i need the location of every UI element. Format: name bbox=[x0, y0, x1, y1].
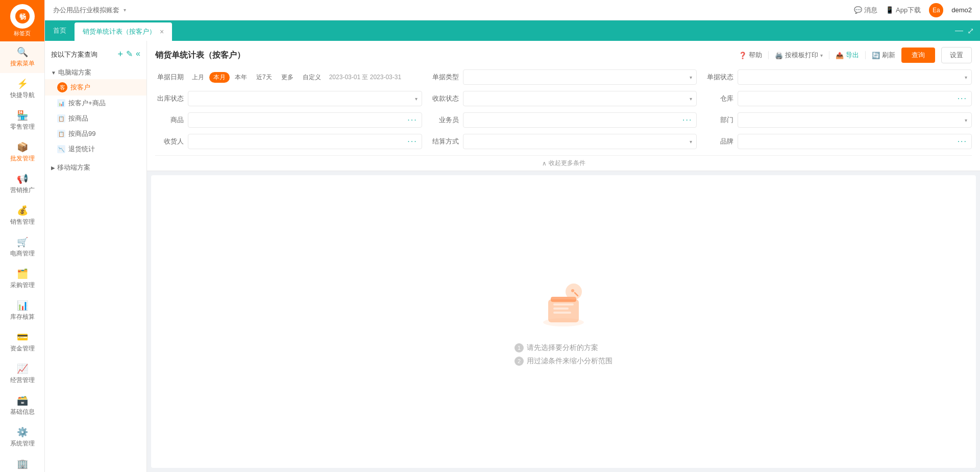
message-icon: 💬 bbox=[854, 6, 862, 14]
date-control: 上月 本月 本年 近7天 更多 自定义 2023-03-01 至 2023-03… bbox=[188, 72, 422, 83]
order-status-label: 单据状态 bbox=[705, 73, 733, 82]
sidebar-item-marketing[interactable]: 📢 营销推广 bbox=[0, 168, 44, 200]
department-arrow: ▾ bbox=[965, 117, 967, 123]
date-btn-7days[interactable]: 近7天 bbox=[252, 72, 276, 83]
sidebar-system-label: 系统管理 bbox=[10, 439, 35, 448]
sidebar-basic-label: 基础信息 bbox=[10, 408, 35, 416]
settlement-select[interactable]: ▾ bbox=[463, 134, 697, 149]
salesperson-filter-item: 业务员 ··· bbox=[430, 112, 697, 128]
tab-home[interactable]: 首页 bbox=[45, 20, 75, 41]
setting-button[interactable]: 设置 bbox=[941, 47, 972, 63]
sidebar-item-retail[interactable]: 🏪 零售管理 bbox=[0, 105, 44, 136]
help-button[interactable]: ❓ 帮助 bbox=[739, 51, 762, 60]
collapse-panel-button[interactable]: « bbox=[136, 49, 140, 60]
print-button[interactable]: 🖨️ 按模板打印 ▾ bbox=[775, 51, 823, 60]
order-type-select[interactable]: ▾ bbox=[463, 69, 697, 85]
enterprise-icon: 🏢 bbox=[17, 458, 28, 469]
empty-illustration bbox=[533, 274, 594, 335]
sidebar-search-label: 搜索菜单 bbox=[10, 59, 35, 68]
order-status-select[interactable]: ▾ bbox=[738, 69, 972, 85]
sidebar-item-operation[interactable]: 📈 经营管理 bbox=[0, 358, 44, 390]
brand-select[interactable]: ··· bbox=[738, 134, 972, 149]
company-dropdown-arrow[interactable]: ▾ bbox=[124, 7, 126, 13]
tip-text-2: 用过滤条件来缩小分析范围 bbox=[527, 357, 612, 366]
warehouse-label: 仓库 bbox=[705, 94, 733, 103]
export-button[interactable]: 📤 导出 bbox=[836, 51, 859, 60]
svg-rect-7 bbox=[553, 312, 571, 314]
payment-status-select[interactable]: ▾ bbox=[463, 91, 697, 106]
goods99-scheme-icon: 📋 bbox=[57, 130, 65, 138]
date-quick-buttons: 上月 本月 本年 近7天 更多 自定义 bbox=[188, 72, 325, 83]
logo-text: 标签页 bbox=[14, 30, 31, 37]
by-goods99-label: 按商品99 bbox=[68, 129, 95, 138]
user-avatar[interactable]: Ea bbox=[929, 3, 943, 17]
sidebar-item-sales[interactable]: 💰 销售管理 bbox=[0, 200, 44, 231]
date-btn-last-month[interactable]: 上月 bbox=[188, 72, 208, 83]
sidebar-item-basic[interactable]: 🗃️ 基础信息 bbox=[0, 390, 44, 421]
print-dropdown-arrow[interactable]: ▾ bbox=[820, 53, 823, 58]
tab-sales-stat[interactable]: 销货单统计表（按客户） × bbox=[75, 22, 172, 41]
message-action[interactable]: 💬 消息 bbox=[854, 6, 877, 15]
department-filter-item: 部门 ▾ bbox=[705, 112, 972, 128]
consignee-dots: ··· bbox=[407, 137, 417, 146]
filter-row-3: 商品 ··· 业务员 ··· 部门 bbox=[155, 112, 972, 128]
date-btn-this-month[interactable]: 本月 bbox=[209, 72, 230, 83]
sidebar-item-ecommerce[interactable]: 🛒 电商管理 bbox=[0, 231, 44, 263]
order-type-filter-item: 单据类型 ▾ bbox=[430, 69, 697, 85]
warehouse-select[interactable]: ··· bbox=[738, 91, 972, 106]
edit-scheme-button[interactable]: ✎ bbox=[126, 49, 133, 60]
date-btn-more[interactable]: 更多 bbox=[277, 72, 298, 83]
sidebar-sales-label: 销售管理 bbox=[10, 218, 35, 226]
scheme-item-by-customer[interactable]: 客 按客户 bbox=[45, 79, 146, 96]
sidebar-wholesale-label: 批发管理 bbox=[10, 154, 35, 163]
page-header: 销货单统计表（按客户） ❓ 帮助 🖨️ 按模板打印 ▾ bbox=[147, 41, 980, 171]
sidebar-item-inventory[interactable]: 📊 库存核算 bbox=[0, 295, 44, 326]
desktop-scheme-group: ▼ 电脑端方案 客 按客户 📊 按客户+商品 📋 按商品 📋 按商品9 bbox=[45, 64, 146, 159]
add-scheme-button[interactable]: + bbox=[118, 49, 124, 60]
settlement-filter-item: 结算方式 ▾ bbox=[430, 134, 697, 149]
tab-minimize-button[interactable]: — bbox=[955, 26, 963, 36]
salesperson-select[interactable]: ··· bbox=[463, 112, 697, 128]
scheme-item-return-stat[interactable]: 📉 退货统计 bbox=[45, 141, 146, 157]
mobile-arrow-icon: ▶ bbox=[51, 165, 55, 171]
marketing-icon: 📢 bbox=[17, 173, 28, 184]
salesperson-dots: ··· bbox=[682, 115, 692, 125]
sidebar-item-search[interactable]: 🔍 搜索菜单 bbox=[0, 41, 44, 73]
desktop-group-title[interactable]: ▼ 电脑端方案 bbox=[45, 66, 146, 79]
tab-maximize-button[interactable]: ⤢ bbox=[967, 26, 974, 36]
logo-icon: 畅 bbox=[10, 4, 35, 29]
app-download-action[interactable]: 📱 App下载 bbox=[886, 6, 921, 15]
svg-point-9 bbox=[571, 289, 574, 292]
scheme-item-by-goods99[interactable]: 📋 按商品99 bbox=[45, 126, 146, 141]
consignee-select[interactable]: ··· bbox=[188, 134, 422, 149]
empty-tip-1: 1 请先选择要分析的方案 bbox=[514, 343, 612, 352]
scheme-item-by-customer-goods[interactable]: 📊 按客户+商品 bbox=[45, 96, 146, 111]
sidebar-item-purchase[interactable]: 🗂️ 采购管理 bbox=[0, 263, 44, 295]
svg-text:畅: 畅 bbox=[19, 13, 26, 20]
sidebar-item-system[interactable]: ⚙️ 系统管理 bbox=[0, 421, 44, 453]
sidebar-item-wholesale[interactable]: 📦 批发管理 bbox=[0, 136, 44, 168]
goods-select[interactable]: ··· bbox=[188, 112, 422, 128]
return-stat-scheme-icon: 📉 bbox=[57, 145, 65, 153]
shipment-status-filter-item: 出库状态 ▾ bbox=[155, 91, 422, 106]
filter-row-1: 单据日期 上月 本月 本年 近7天 更多 自定义 20 bbox=[155, 69, 972, 85]
settlement-arrow: ▾ bbox=[690, 139, 692, 145]
department-select[interactable]: ▾ bbox=[738, 112, 972, 128]
sidebar-item-enterprise[interactable]: 🏢 企业协同 bbox=[0, 453, 44, 472]
mobile-group-label: 移动端方案 bbox=[57, 163, 90, 172]
scheme-item-by-goods[interactable]: 📋 按商品 bbox=[45, 111, 146, 126]
collapse-filters-bar[interactable]: ∧ 收起更多条件 bbox=[155, 155, 972, 171]
shipment-status-select[interactable]: ▾ bbox=[188, 91, 422, 106]
sidebar-item-quick[interactable]: ⚡ 快捷导航 bbox=[0, 73, 44, 105]
sidebar-item-finance[interactable]: 💳 资金管理 bbox=[0, 326, 44, 358]
date-btn-this-year[interactable]: 本年 bbox=[231, 72, 251, 83]
sidebar: 畅 标签页 🔍 搜索菜单 ⚡ 快捷导航 🏪 零售管理 📦 批发管理 📢 营销推广… bbox=[0, 0, 45, 472]
refresh-button[interactable]: 🔄 刷新 bbox=[872, 51, 895, 60]
mobile-group-title[interactable]: ▶ 移动端方案 bbox=[45, 161, 146, 174]
brand-dots: ··· bbox=[958, 137, 967, 146]
tab-close-button[interactable]: × bbox=[160, 28, 164, 36]
date-btn-custom[interactable]: 自定义 bbox=[299, 72, 325, 83]
order-type-label: 单据类型 bbox=[430, 73, 459, 82]
refresh-label: 刷新 bbox=[882, 51, 895, 60]
query-button[interactable]: 查询 bbox=[901, 48, 935, 63]
